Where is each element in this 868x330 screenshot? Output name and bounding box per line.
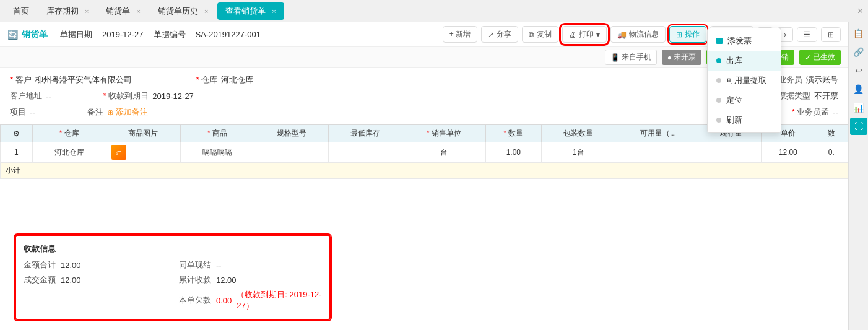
doc-title-icon: 🔄: [7, 30, 18, 40]
customer-field: 客户 柳州粤港平安气体有限公司: [10, 74, 132, 85]
add-invoice-item[interactable]: 添发票: [708, 31, 781, 51]
row-product: 嗝嗝嗝嗝: [180, 142, 254, 163]
new-button[interactable]: + 新增: [443, 26, 477, 43]
deal-amount-value: 12.00: [61, 276, 81, 285]
share-button[interactable]: ↗ 分享: [481, 26, 518, 43]
subtotal-row: 小计: [1, 163, 848, 179]
row-stock: [701, 142, 762, 163]
row-unit: 台: [402, 142, 485, 163]
tab-inventory[interactable]: 库存期初 ×: [38, 2, 97, 20]
salesperson-value: 演示账号: [806, 74, 838, 85]
total-amount-label: 金额合计: [24, 259, 56, 271]
row-img: 🏷: [106, 142, 181, 163]
row-no: 1: [1, 142, 33, 163]
col-spec: 规格型号: [254, 125, 329, 142]
total-amount-row: 金额合计 12.00: [24, 259, 167, 271]
sidebar-icon-2[interactable]: 🔗: [850, 43, 867, 61]
customer-label: 客户: [10, 74, 32, 85]
due-note: （收款到期日: 2019-12-27）: [237, 289, 322, 311]
share-label: 分享: [497, 29, 511, 40]
sidebar-icon-6[interactable]: ⛶: [850, 118, 867, 135]
logistics-label: 物流信息: [629, 29, 659, 40]
cumulative-label: 累计收款: [179, 274, 211, 285]
operation-dropdown: 添发票 出库 可用量提取 定位 刷新: [707, 28, 781, 133]
from-mobile-button[interactable]: 📱 来自手机: [605, 50, 657, 65]
tab-sales-close[interactable]: ×: [136, 7, 140, 15]
outbound-item[interactable]: 出库: [708, 51, 781, 71]
print-btn-wrapper: 🖨 打印 ▾: [562, 26, 607, 43]
col-unit: 销售单位: [402, 125, 485, 142]
from-mobile-label: 来自手机: [622, 52, 651, 63]
copy-button[interactable]: ⧉ 复制: [522, 26, 558, 43]
locate-item[interactable]: 定位: [708, 90, 781, 110]
print-icon: 🖨: [569, 30, 576, 39]
cumulative-row: 累计收款 12.00: [179, 274, 322, 285]
effective-label: 已生效: [813, 52, 835, 63]
warehouse-value: 河北仓库: [221, 74, 253, 85]
effective-icon: ✓: [805, 53, 811, 62]
total-amount-value: 12.00: [61, 261, 81, 270]
not-open-icon: ●: [667, 53, 672, 62]
sidebar-icon-5[interactable]: 📊: [850, 99, 867, 116]
deal-amount-label: 成交金额: [24, 274, 56, 285]
cumulative-value: 12.00: [216, 276, 237, 285]
operation-button[interactable]: ⊞ 操作: [669, 26, 706, 43]
mobile-icon: 📱: [610, 53, 620, 62]
ticket-type-value: 不开票: [814, 90, 838, 102]
outbound-label: 出库: [726, 55, 742, 66]
close-window[interactable]: ×: [857, 6, 863, 17]
col-product: 商品: [180, 125, 254, 142]
warehouse-label: 仓库: [196, 74, 218, 85]
right-sidebar: 📋 🔗 ↩ 👤 📊 ⛶: [848, 22, 868, 330]
add-note-button[interactable]: ⊕ 添加备注: [107, 106, 148, 118]
subtotal-label: 小计: [1, 163, 848, 179]
doc-date-value: 2019-12-27: [102, 30, 144, 39]
tab-view-sales-label: 查看销货单: [225, 6, 266, 17]
current-due-row: 本单欠款 0.00 （收款到期日: 2019-12-27）: [179, 289, 322, 311]
salesperson-label: 业务员: [778, 74, 802, 85]
payment-title: 收款信息: [24, 243, 322, 254]
sidebar-icon-3[interactable]: ↩: [850, 62, 867, 79]
warehouse-field: 仓库 河北仓库: [196, 74, 254, 85]
view2-button[interactable]: ⊞: [821, 27, 841, 42]
tab-sales-label: 销货单: [106, 6, 130, 17]
sidebar-icon-4[interactable]: 👤: [850, 80, 867, 98]
doc-no-label: 单据编号: [154, 29, 186, 40]
salesperson-field: 业务员 演示账号: [778, 74, 838, 85]
doc-info: 单据日期 2019-12-27 单据编号 SA-20191227-001: [60, 29, 261, 40]
product-thumbnail: 🏷: [111, 145, 126, 160]
sidebar-icon-1[interactable]: 📋: [850, 25, 867, 42]
col-available: 可用量（...: [615, 125, 701, 142]
same-order-value: --: [216, 261, 222, 270]
refresh-label: 刷新: [726, 115, 742, 126]
tab-sales-history[interactable]: 销货单历史 ×: [150, 2, 216, 20]
tab-view-sales-close[interactable]: ×: [272, 7, 276, 15]
tab-sales[interactable]: 销货单 ×: [98, 2, 148, 20]
tab-view-sales[interactable]: 查看销货单 ×: [217, 2, 284, 20]
row-available: [615, 142, 701, 163]
logistics-button[interactable]: 🚚 物流信息: [610, 26, 666, 43]
not-open-label: 未开票: [674, 52, 696, 63]
tab-home[interactable]: 首页: [5, 2, 37, 20]
deal-amount-row: 成交金额 12.00: [24, 274, 167, 285]
print-button[interactable]: 🖨 打印 ▾: [562, 26, 607, 43]
doc-title: 🔄 销货单: [7, 29, 48, 40]
tab-bar: 首页 库存期初 × 销货单 × 销货单历史 × 查看销货单 × ×: [0, 0, 868, 22]
table-row: 1 河北仓库 🏷 嗝嗝嗝嗝 台 1.00 1台 12.00: [1, 142, 848, 163]
col-gear[interactable]: ⚙: [1, 125, 33, 142]
refresh-item[interactable]: 刷新: [708, 110, 781, 130]
bottom-area: 收款信息 金额合计 12.00 同单现结 -- 成交金额 12.00: [0, 230, 848, 330]
table-wrapper: ⚙ 仓库 商品图片 商品 规格型号 最低库存 销售单位 数量 包装数量 可用量（…: [0, 124, 848, 230]
refresh-icon: [716, 118, 721, 123]
effective-button[interactable]: ✓ 已生效: [799, 50, 841, 65]
tab-inventory-close[interactable]: ×: [85, 7, 89, 15]
outbound-icon: [716, 58, 721, 63]
locate-label: 定位: [726, 95, 742, 106]
view1-button[interactable]: ☰: [797, 27, 817, 42]
add-note-icon: ⊕: [107, 108, 114, 117]
available-extract-item[interactable]: 可用量提取: [708, 71, 781, 90]
row-price: 12.00: [762, 142, 815, 163]
tab-sales-history-close[interactable]: ×: [204, 7, 208, 15]
copy-label: 复制: [537, 29, 552, 40]
not-open-button[interactable]: ● 未开票: [662, 50, 701, 65]
